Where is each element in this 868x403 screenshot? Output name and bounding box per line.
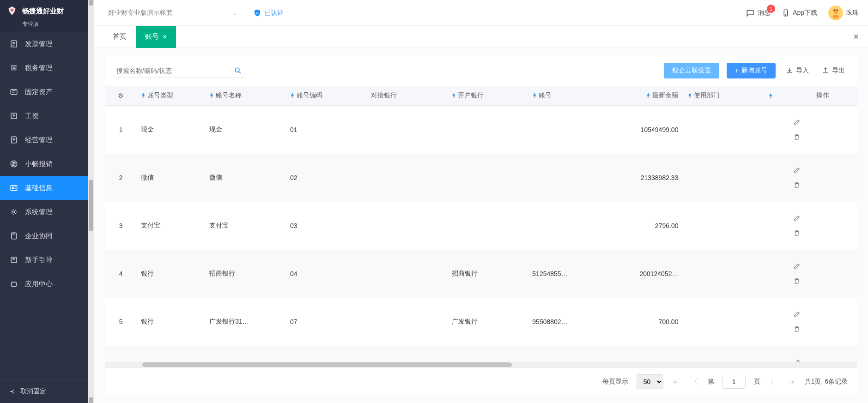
cell-code: 03 <box>285 202 366 250</box>
app-download-button[interactable]: App下载 <box>782 9 817 17</box>
svg-point-8 <box>13 211 15 213</box>
table-row[interactable]: 3支付宝支付宝032796.00 <box>105 202 857 250</box>
horizontal-scrollbar[interactable] <box>105 362 857 367</box>
delete-icon[interactable] <box>793 277 852 285</box>
cell-ops <box>789 106 857 154</box>
messages-button[interactable]: 消息 1 <box>746 8 771 18</box>
search-box[interactable] <box>115 64 244 78</box>
column-header-dept[interactable]: ▲▼使用部门 <box>683 86 764 106</box>
sort-icon: ▲▼ <box>768 93 773 99</box>
unpin-label: 取消固定 <box>20 387 46 396</box>
column-header-account-no[interactable]: ▲▼账号 <box>528 86 602 106</box>
page-input[interactable] <box>722 375 746 389</box>
import-button[interactable]: 导入 <box>783 63 812 78</box>
brand-logo: 畅捷通好业财 <box>0 0 88 22</box>
username-label: 珠珠 <box>846 9 859 17</box>
cell-open-bank <box>447 154 528 202</box>
delete-icon[interactable] <box>793 325 852 333</box>
column-header-name[interactable]: ▲▼账号名称 <box>205 86 285 106</box>
table-row[interactable]: 2微信微信0221338982.33 <box>105 154 857 202</box>
gear-icon: ⚙ <box>118 92 124 99</box>
prev-page-button[interactable]: 〈 <box>689 376 699 388</box>
edit-icon[interactable] <box>793 119 852 126</box>
per-page-label: 每页显示 <box>602 378 628 386</box>
edit-icon[interactable] <box>793 167 852 174</box>
close-all-tabs[interactable]: × <box>844 31 868 42</box>
svg-point-15 <box>832 15 839 18</box>
button-label: 银企云联设置 <box>672 66 711 75</box>
column-header-open-bank[interactable]: ▲▼开户银行 <box>447 86 528 106</box>
sidebar-item-system[interactable]: 系统管理 <box>0 200 88 224</box>
table-row[interactable]: 5银行广发银行31…07广发银行95508802…700.00 <box>105 298 857 346</box>
brand-icon <box>6 5 18 18</box>
user-menu[interactable]: 珠珠 <box>828 6 859 20</box>
sidebar-item-assets[interactable]: 固定资产 <box>0 80 88 104</box>
page-prefix: 第 <box>708 378 714 386</box>
sidebar-item-salary[interactable]: 工资 <box>0 104 88 128</box>
edit-icon[interactable] <box>793 359 852 362</box>
search-icon[interactable] <box>234 66 242 75</box>
basic-info-icon <box>9 183 18 192</box>
column-header-code[interactable]: ▲▼账号编码 <box>285 86 366 106</box>
table-container: ⚙ ▲▼账号类型 ▲▼账号名称 ▲▼账号编码 对接银行 ▲▼开户银行 ▲▼账号 … <box>105 86 857 362</box>
guide-icon <box>9 255 18 265</box>
sidebar-item-label: 工资 <box>25 112 39 120</box>
sidebar-item-expense[interactable]: 小畅报销 <box>0 152 88 176</box>
cell-extra <box>764 298 789 346</box>
delete-icon[interactable] <box>793 133 852 141</box>
sidebar-item-guide[interactable]: 新手引导 <box>0 248 88 272</box>
unpin-button[interactable]: 取消固定 <box>0 379 88 403</box>
column-header-type[interactable]: ▲▼账号类型 <box>136 86 205 106</box>
sidebar-item-basic-info[interactable]: 基础信息 <box>0 176 88 200</box>
account-set-selector[interactable]: 好业财专业版演示帐套 ⌄ <box>103 6 242 20</box>
sidebar-item-apps[interactable]: 应用中心 <box>0 272 88 296</box>
delete-icon[interactable] <box>793 229 852 237</box>
svg-point-17 <box>836 9 838 11</box>
column-header-extra[interactable]: ▲▼ <box>764 86 789 106</box>
edit-icon[interactable] <box>793 215 852 222</box>
column-header-dock-bank[interactable]: 对接银行 <box>366 86 447 106</box>
sort-icon: ▲▼ <box>452 93 456 98</box>
close-icon[interactable]: × <box>163 33 167 41</box>
main-area: 好业财专业版演示帐套 ⌄ 已认证 消息 1 App下载 珠珠 <box>94 0 868 403</box>
sidebar-item-invoice[interactable]: 发票管理 <box>0 32 88 56</box>
sidebar-item-tax[interactable]: 税务管理 <box>0 56 88 80</box>
business-icon <box>9 135 18 144</box>
first-page-button[interactable]: ⇤ <box>672 376 681 387</box>
column-settings[interactable]: ⚙ <box>105 86 136 106</box>
table-row[interactable]: 4银行招商银行04招商银行51254855…200124052… <box>105 250 857 298</box>
last-page-button[interactable]: ⇥ <box>787 376 796 387</box>
sort-icon: ▲▼ <box>532 93 537 98</box>
table-row[interactable]: 1现金现金0110549499.00 <box>105 106 857 154</box>
system-icon <box>9 207 18 217</box>
tabs-row: 首页 账号 × × <box>94 26 868 48</box>
add-account-button[interactable]: +新增账号 <box>727 63 776 78</box>
table-row[interactable]: 6现金虫账户16324088.78 <box>105 346 857 362</box>
search-input[interactable] <box>116 67 229 74</box>
verified-badge: 已认证 <box>253 9 284 17</box>
sidebar-item-label: 企业协同 <box>25 232 53 241</box>
tab-account[interactable]: 账号 × <box>136 26 176 48</box>
column-header-balance[interactable]: ▲▼最新余额 <box>602 86 683 106</box>
cell-extra <box>764 250 789 298</box>
sidebar-item-collab[interactable]: 企业协同 <box>0 224 88 248</box>
verified-label: 已认证 <box>264 9 284 17</box>
cell-extra <box>764 202 789 250</box>
cell-account-no: 95508802… <box>528 298 602 346</box>
delete-icon[interactable] <box>793 181 852 189</box>
cell-type: 现金 <box>136 346 205 362</box>
cell-dock-bank <box>366 106 447 154</box>
account-set-name: 好业财专业版演示帐套 <box>108 9 173 17</box>
per-page-select[interactable]: 50 <box>637 374 663 389</box>
sidebar-item-label: 基础信息 <box>25 184 53 192</box>
cell-dock-bank <box>366 202 447 250</box>
export-button[interactable]: 导出 <box>819 63 848 78</box>
next-page-button[interactable]: 〉 <box>769 376 779 388</box>
cell-extra <box>764 154 789 202</box>
edit-icon[interactable] <box>793 311 852 318</box>
cloud-link-button[interactable]: 银企云联设置 <box>664 63 719 78</box>
sidebar-item-business[interactable]: 经营管理 <box>0 128 88 152</box>
tab-home[interactable]: 首页 <box>103 26 136 48</box>
edit-icon[interactable] <box>793 263 852 270</box>
sidebar-scrollbar[interactable] <box>88 0 94 403</box>
